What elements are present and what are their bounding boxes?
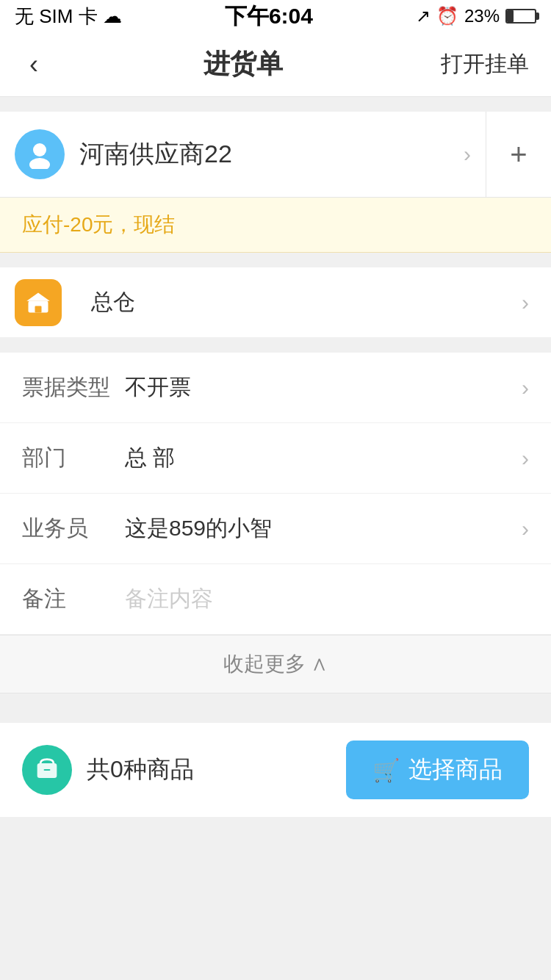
chevron-right-icon: › [464,142,471,167]
department-chevron-icon: › [522,446,529,471]
warehouse-icon [15,279,62,326]
remarks-label: 备注 [22,584,110,614]
product-icon [22,745,72,795]
warehouse-chevron-icon: › [522,290,529,315]
battery-icon [505,9,536,24]
product-count: 共0种商品 [87,754,331,786]
alarm-icon: ⏰ [436,6,458,26]
open-pending-button[interactable]: 打开挂单 [441,49,529,79]
supplier-section: 河南供应商22 › + [0,112,551,198]
department-row[interactable]: 部门 总 部 › [0,423,551,494]
invoice-chevron-icon: › [522,375,529,400]
section-gap-2 [0,253,551,267]
fields-section: 票据类型 不开票 › 部门 总 部 › 业务员 这是859的小智 › 备注 备注… [0,353,551,635]
bottom-section: 共0种商品 🛒 选择商品 [0,723,551,817]
collapse-bar[interactable]: 收起更多 ∧ [0,635,551,693]
section-gap-4 [0,693,551,708]
department-value: 总 部 [125,443,522,473]
svg-marker-3 [26,292,50,300]
section-gap-3 [0,338,551,353]
status-right: ↗ ⏰ 23% [416,6,536,26]
salesperson-label: 业务员 [22,514,110,544]
svg-rect-6 [44,769,51,771]
invoice-type-row[interactable]: 票据类型 不开票 › [0,353,551,423]
page-title: 进货单 [204,46,283,82]
warehouse-name: 总仓 [91,287,522,317]
supplier-avatar [15,129,65,179]
invoice-type-value: 不开票 [125,372,522,403]
cart-icon: 🛒 [372,757,400,783]
person-icon [25,140,54,169]
department-label: 部门 [22,443,110,473]
notice-text: 应付-20元，现结 [22,213,175,236]
salesperson-value: 这是859的小智 [125,514,522,544]
collapse-label: 收起更多 ∧ [223,650,328,678]
page-background [0,817,551,980]
svg-point-0 [33,143,46,156]
back-button[interactable]: ‹ [22,42,46,87]
select-product-button[interactable]: 🛒 选择商品 [346,741,529,799]
location-icon: ↗ [416,6,431,26]
svg-rect-4 [35,306,42,312]
salesperson-chevron-icon: › [522,516,529,541]
nav-bar: ‹ 进货单 打开挂单 [0,32,551,97]
status-left: 无 SIM 卡 ☁ [15,4,122,29]
invoice-type-label: 票据类型 [22,372,110,403]
status-bar: 无 SIM 卡 ☁ 下午6:04 ↗ ⏰ 23% [0,0,551,32]
remarks-input[interactable]: 备注内容 [125,584,529,614]
salesperson-row[interactable]: 业务员 这是859的小智 › [0,494,551,564]
battery-percent: 23% [464,6,500,26]
svg-point-1 [29,158,50,169]
status-time: 下午6:04 [225,1,313,32]
select-btn-label: 选择商品 [408,754,503,786]
supplier-selector[interactable]: 河南供应商22 › [0,112,486,197]
supplier-name: 河南供应商22 [79,137,456,171]
sim-status: 无 SIM 卡 ☁ [15,4,122,29]
warehouse-row[interactable]: 总仓 › [0,267,551,338]
remarks-row[interactable]: 备注 备注内容 [0,564,551,635]
notice-bar: 应付-20元，现结 [0,198,551,253]
add-supplier-button[interactable]: + [486,112,551,197]
section-gap-1 [0,97,551,112]
